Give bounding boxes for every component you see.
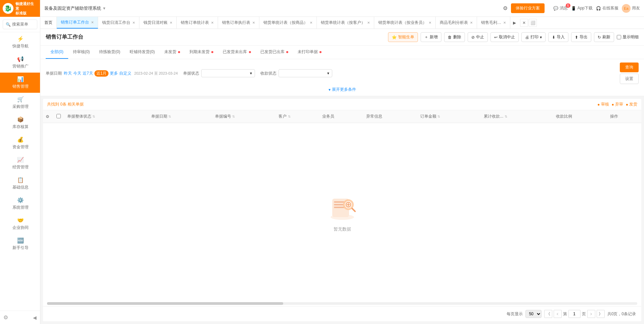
message-button[interactable]: 💬 消息 6 <box>553 5 568 11</box>
tab-sales-product[interactable]: 销货单统计表（按商品） ✕ <box>259 17 317 29</box>
tab-sales-more[interactable]: 销售毛利… ✕ <box>477 17 510 29</box>
filter-tab-not-shipped[interactable]: 未发货 <box>160 46 185 59</box>
date-option-7days[interactable]: 近7天 <box>83 71 93 76</box>
tab-close-icon[interactable]: ✕ <box>367 21 370 25</box>
tab-sales-staff[interactable]: 销货单统计表（按业务员） ✕ <box>374 17 436 29</box>
user-button[interactable]: Ea 用友 <box>622 4 640 13</box>
stop-button[interactable]: ⊘ 中止 <box>468 32 488 42</box>
filter-tab-pending[interactable]: 待审核(0) <box>68 46 95 59</box>
tab-more-button[interactable]: ▶ <box>510 17 519 29</box>
approve-button[interactable]: ● 审核 <box>597 102 609 107</box>
filter-tab-wangpu[interactable]: 旺铺待发货(0) <box>125 46 160 59</box>
show-detail-label[interactable]: 显示明细 <box>617 34 639 40</box>
new-button[interactable]: ＋ 新增 <box>421 32 441 42</box>
date-option-1month[interactable]: 近1月 <box>94 70 109 77</box>
tab-close-icon[interactable]: ✕ <box>252 21 255 25</box>
date-range-group: 昨天 今天 近7天 近1月 更多 自定义 2023-02-24 至 2023-0… <box>64 70 178 77</box>
unapprove-button[interactable]: ● 弃审 <box>612 102 623 107</box>
refresh-button[interactable]: ↻ 刷新 <box>594 32 614 42</box>
payment-select[interactable]: ▾ <box>278 69 332 77</box>
prev-page-button[interactable]: ﹤ <box>554 310 562 318</box>
last-page-button[interactable]: 》 <box>597 310 605 318</box>
tab-cash-daily[interactable]: 钱货日清工作台 ✕ <box>98 17 139 29</box>
delete-button[interactable]: 🗑 删除 <box>444 32 465 42</box>
date-option-more[interactable]: 更多 <box>110 71 118 76</box>
export-button[interactable]: ⬆ 导出 <box>571 32 591 42</box>
tab-margin[interactable]: 商品毛利分析表 ✕ <box>436 17 477 29</box>
sidebar-item-sales[interactable]: 📊 销售管理 <box>0 73 40 93</box>
settings-footer-icon[interactable]: ⚙ <box>3 314 8 321</box>
expand-conditions-button[interactable]: ▾ 展开更多条件 <box>329 87 356 92</box>
sidebar-item-operation[interactable]: 📈 经营管理 <box>0 153 40 173</box>
col-settings[interactable]: ⚙ <box>43 110 54 123</box>
next-page-button[interactable]: ﹥ <box>587 310 595 318</box>
app-download-button[interactable]: 📱 App下载 <box>571 5 593 11</box>
filter-tab-not-printed[interactable]: 未打印单据 <box>293 46 326 59</box>
tab-sales-stat[interactable]: 销售订单统计表 ✕ <box>177 17 218 29</box>
scroll-thumb[interactable] <box>47 302 283 305</box>
smart-create-button[interactable]: ⭐ 智能生单 <box>388 32 418 42</box>
setting-button[interactable]: 设置 <box>620 74 639 84</box>
tab-home[interactable]: 首页 <box>40 17 57 29</box>
tab-close-icon[interactable]: ✕ <box>170 21 172 25</box>
sidebar-item-marketing[interactable]: 📢 营销推广 <box>0 52 40 73</box>
tab-close-icon[interactable]: ✕ <box>503 21 506 25</box>
tab-close-icon[interactable]: ✕ <box>132 21 135 25</box>
tab-close-icon[interactable]: ✕ <box>211 21 214 25</box>
ship-button[interactable]: ● 发货 <box>626 102 637 107</box>
sidebar-item-system[interactable]: ⚙️ 系统管理 <box>0 194 40 214</box>
sidebar-item-finance[interactable]: 💰 资金管理 <box>0 133 40 153</box>
col-status[interactable]: 单据整体状态 ⇅ <box>65 110 148 123</box>
scroll-track[interactable] <box>47 302 637 305</box>
chevron-down-icon[interactable]: ▾ <box>103 6 105 11</box>
col-collected[interactable]: 累计收款... ⇅ <box>481 110 553 123</box>
sidebar-item-guide[interactable]: 🆕 新手引导 <box>0 234 40 254</box>
col-number[interactable]: 单据编号 ⇅ <box>212 110 276 123</box>
date-option-today[interactable]: 今天 <box>73 71 81 76</box>
tab-sales-workbench[interactable]: 销售订单工作台 ✕ <box>57 17 98 29</box>
col-exception[interactable]: 异常信息 <box>363 110 418 123</box>
col-date[interactable]: 单据日期 ⇅ <box>148 110 212 123</box>
tab-close-icon[interactable]: ✕ <box>91 21 94 24</box>
tab-ctrl-maximize[interactable]: ⬜ <box>529 19 537 27</box>
tab-close-icon[interactable]: ✕ <box>470 21 473 25</box>
sidebar-item-collab[interactable]: 🤝 企业协同 <box>0 214 40 234</box>
online-service-button[interactable]: 🎧 在线客服 <box>596 5 618 11</box>
tab-ctrl-close-all[interactable]: ✕ <box>520 19 528 27</box>
tab-close-icon[interactable]: ✕ <box>429 21 431 25</box>
filter-tab-inspect[interactable]: 待拣验货(0) <box>94 46 125 59</box>
page-size-select[interactable]: 50 <box>525 310 542 318</box>
col-customer[interactable]: 客户 ⇅ <box>276 110 319 123</box>
tab-close-icon[interactable]: ✕ <box>310 21 312 25</box>
sidebar-item-basic[interactable]: 📋 基础信息 <box>0 173 40 194</box>
filter-tab-shipped-done[interactable]: 已发货已出库 <box>256 46 293 59</box>
print-button[interactable]: 🖨 打印 ▾ <box>521 32 546 42</box>
query-button[interactable]: 查询 <box>620 63 639 72</box>
filter-tab-all[interactable]: 全部(0) <box>46 46 68 59</box>
select-all-checkbox[interactable] <box>56 114 61 118</box>
filter-tab-overdue[interactable]: 到期未发货 <box>185 46 218 59</box>
first-page-button[interactable]: 《 <box>544 310 552 318</box>
settings-icon[interactable]: ⚙ <box>503 5 508 11</box>
col-staff[interactable]: 业务员 <box>319 110 363 123</box>
tab-sales-customer[interactable]: 销货单统计表（按客户） ✕ <box>317 17 374 29</box>
show-detail-checkbox[interactable] <box>617 35 621 39</box>
trial-button[interactable]: 体验行业方案 <box>511 3 545 13</box>
tab-sales-exec[interactable]: 销售订单执行表 ✕ <box>218 17 259 29</box>
col-amount[interactable]: 订单金额 ⇅ <box>418 110 481 123</box>
filter-tab-shipped-out[interactable]: 已发货未出库 <box>218 46 255 59</box>
sidebar-item-quicknav[interactable]: ⚡ 快捷导航 <box>0 32 40 52</box>
tab-cash-reconcile[interactable]: 钱货日清对账 ✕ <box>139 17 177 29</box>
cancel-stop-button[interactable]: ↩ 取消中止 <box>490 32 519 42</box>
search-menu-button[interactable]: 🔍 搜索菜单 <box>3 19 37 29</box>
sidebar-item-purchase[interactable]: 🛒 采购管理 <box>0 93 40 113</box>
date-option-yesterday[interactable]: 昨天 <box>64 71 72 76</box>
table-scroll[interactable]: ⚙ 单据整体状态 ⇅ 单据日期 ⇅ <box>43 110 641 123</box>
status-select[interactable]: ▾ <box>201 69 255 77</box>
collapse-icon[interactable]: ◀ <box>33 315 37 320</box>
date-option-custom[interactable]: 自定义 <box>119 71 131 76</box>
import-button[interactable]: ⬇ 导入 <box>548 32 568 42</box>
page-number-input[interactable] <box>568 310 581 318</box>
col-ratio[interactable]: 收款比例 <box>553 110 607 123</box>
sidebar-item-inventory[interactable]: 📦 库存核算 <box>0 113 40 133</box>
